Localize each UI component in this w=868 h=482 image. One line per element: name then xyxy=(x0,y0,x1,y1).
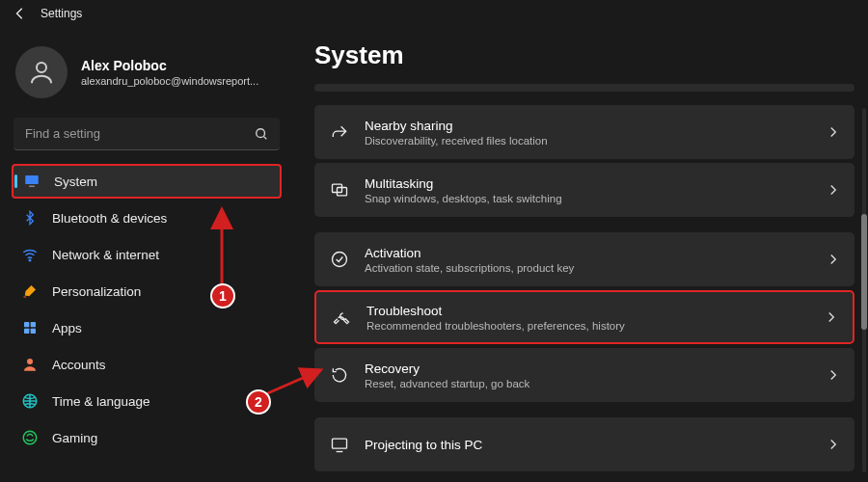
sidebar-item-label: Apps xyxy=(52,321,82,335)
multitask-icon xyxy=(330,180,349,200)
card-subtitle: Discoverability, received files location xyxy=(365,135,548,147)
card-subtitle: Activation state, subscriptions, product… xyxy=(365,262,574,274)
main-panel: System Nearby sharing Discoverability, r… xyxy=(293,21,868,482)
project-icon xyxy=(330,435,349,454)
svg-point-15 xyxy=(333,253,347,267)
card-projecting[interactable]: Projecting to this PC xyxy=(314,417,854,471)
gaming-icon xyxy=(21,429,39,446)
svg-rect-6 xyxy=(24,322,29,327)
recovery-icon xyxy=(330,365,349,385)
sidebar-item-label: Accounts xyxy=(52,358,106,372)
svg-rect-2 xyxy=(25,175,39,184)
sidebar-item-gaming[interactable]: Gaming xyxy=(12,420,282,455)
card-title: Multitasking xyxy=(365,176,562,191)
back-arrow-icon[interactable] xyxy=(14,7,27,20)
sidebar-item-bluetooth[interactable]: Bluetooth & devices xyxy=(12,201,282,235)
svg-rect-16 xyxy=(333,439,347,448)
chevron-right-icon xyxy=(827,369,839,381)
sidebar-item-label: Bluetooth & devices xyxy=(52,211,167,226)
monitor-icon xyxy=(23,173,41,190)
card-title: Projecting to this PC xyxy=(365,438,482,452)
chevron-right-icon xyxy=(827,254,839,265)
card-subtitle: Snap windows, desktops, task switching xyxy=(365,193,562,204)
chevron-right-icon xyxy=(827,126,839,138)
svg-point-4 xyxy=(29,259,31,261)
card-title: Nearby sharing xyxy=(365,119,548,133)
share-icon xyxy=(330,122,349,142)
card-recovery[interactable]: Recovery Reset, advanced startup, go bac… xyxy=(314,348,854,402)
svg-rect-8 xyxy=(24,329,29,334)
card-edge-cutoff xyxy=(314,84,854,92)
search-icon xyxy=(255,127,268,141)
profile-email: alexandru_poloboc@windowsreport... xyxy=(81,75,258,87)
clock-globe-icon xyxy=(21,392,39,410)
sidebar-nav: System Bluetooth & devices Network & int… xyxy=(8,164,285,455)
checkmark-circle-icon xyxy=(330,250,349,269)
svg-rect-5 xyxy=(23,296,26,298)
settings-cards: Nearby sharing Discoverability, received… xyxy=(314,84,854,471)
wrench-icon xyxy=(332,308,351,327)
accounts-icon xyxy=(21,356,39,373)
card-title: Activation xyxy=(365,246,574,260)
card-subtitle: Recommended troubleshooters, preferences… xyxy=(366,320,625,332)
svg-point-10 xyxy=(27,359,33,364)
sidebar-item-accounts[interactable]: Accounts xyxy=(12,347,282,382)
sidebar-item-label: System xyxy=(54,174,97,189)
svg-rect-3 xyxy=(29,186,35,188)
apps-icon xyxy=(21,319,39,336)
sidebar-item-personalization[interactable]: Personalization xyxy=(12,274,282,308)
sidebar-item-label: Network & internet xyxy=(52,248,159,262)
sidebar-item-label: Personalization xyxy=(52,284,141,299)
svg-point-0 xyxy=(37,63,46,72)
card-troubleshoot[interactable]: Troubleshoot Recommended troubleshooters… xyxy=(314,290,854,344)
search-input[interactable] xyxy=(25,126,255,141)
app-title: Settings xyxy=(41,7,82,20)
profile-block[interactable]: Alex Poloboc alexandru_poloboc@windowsre… xyxy=(8,39,285,112)
sidebar-item-time-language[interactable]: Time & language xyxy=(12,384,282,418)
card-title: Recovery xyxy=(365,362,529,376)
svg-rect-9 xyxy=(31,329,36,334)
title-bar: Settings xyxy=(0,0,868,21)
sidebar-item-system[interactable]: System xyxy=(12,164,282,199)
wifi-icon xyxy=(21,246,39,263)
paintbrush-icon xyxy=(21,282,39,300)
sidebar: Alex Poloboc alexandru_poloboc@windowsre… xyxy=(0,21,293,482)
card-multitasking[interactable]: Multitasking Snap windows, desktops, tas… xyxy=(314,163,854,217)
card-activation[interactable]: Activation Activation state, subscriptio… xyxy=(314,232,854,286)
page-title: System xyxy=(314,40,854,70)
svg-point-1 xyxy=(257,128,265,137)
avatar xyxy=(15,46,68,98)
profile-name: Alex Poloboc xyxy=(81,58,258,73)
card-subtitle: Reset, advanced startup, go back xyxy=(365,378,529,389)
sidebar-item-apps[interactable]: Apps xyxy=(12,310,282,345)
scrollbar-thumb[interactable] xyxy=(861,214,867,330)
sidebar-item-network[interactable]: Network & internet xyxy=(12,237,282,272)
sidebar-item-label: Time & language xyxy=(52,394,150,409)
chevron-right-icon xyxy=(827,439,839,450)
card-title: Troubleshoot xyxy=(366,304,625,318)
card-nearby-sharing[interactable]: Nearby sharing Discoverability, received… xyxy=(314,105,854,159)
svg-rect-7 xyxy=(31,322,36,327)
search-box[interactable] xyxy=(14,118,280,150)
sidebar-item-label: Gaming xyxy=(52,431,97,445)
chevron-right-icon xyxy=(826,311,837,323)
chevron-right-icon xyxy=(827,184,839,196)
bluetooth-icon xyxy=(21,209,39,227)
svg-point-12 xyxy=(23,431,37,444)
